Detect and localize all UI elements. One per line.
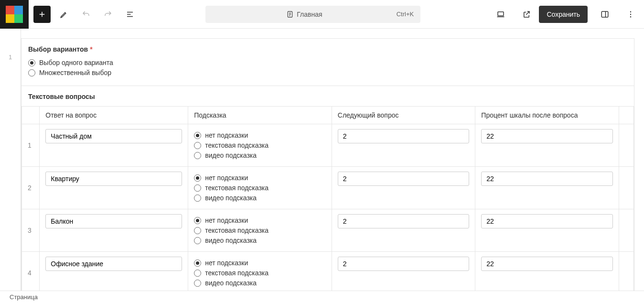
page-icon: [286, 11, 294, 18]
command-bar[interactable]: Главная Ctrl+K: [205, 6, 420, 23]
more-button[interactable]: [622, 6, 639, 23]
redo-icon: [104, 10, 112, 19]
laptop-icon: [496, 10, 505, 19]
external-link-icon: [522, 10, 531, 19]
dots-vertical-icon: [626, 10, 635, 19]
pencil-icon: [60, 10, 68, 19]
svg-rect-2: [601, 11, 608, 17]
svg-point-3: [630, 11, 631, 12]
plus-icon: [38, 10, 46, 19]
indent-icon: [126, 10, 134, 19]
redo-button[interactable]: [99, 6, 117, 23]
app-logo[interactable]: [0, 0, 29, 29]
svg-point-5: [630, 16, 631, 17]
save-button[interactable]: Сохранить: [539, 6, 588, 23]
svg-point-4: [630, 13, 631, 14]
undo-button[interactable]: [77, 6, 95, 23]
device-preview-button[interactable]: [492, 6, 509, 23]
svg-rect-1: [498, 11, 504, 15]
panel-toggle-button[interactable]: [596, 6, 613, 23]
topbar-center: Главная Ctrl+K: [139, 6, 487, 23]
edit-button[interactable]: [55, 6, 73, 23]
topbar: Главная Ctrl+K Сохранить: [0, 0, 644, 29]
command-bar-title: Главная: [297, 11, 322, 18]
indent-button[interactable]: [121, 6, 139, 23]
add-button[interactable]: [33, 6, 51, 23]
open-external-button[interactable]: [518, 6, 535, 23]
puzzle-icon: [6, 6, 23, 23]
undo-icon: [82, 10, 90, 19]
sidebar-icon: [601, 10, 609, 19]
topbar-right: Сохранить: [487, 6, 639, 23]
command-bar-shortcut: Ctrl+K: [397, 11, 414, 18]
